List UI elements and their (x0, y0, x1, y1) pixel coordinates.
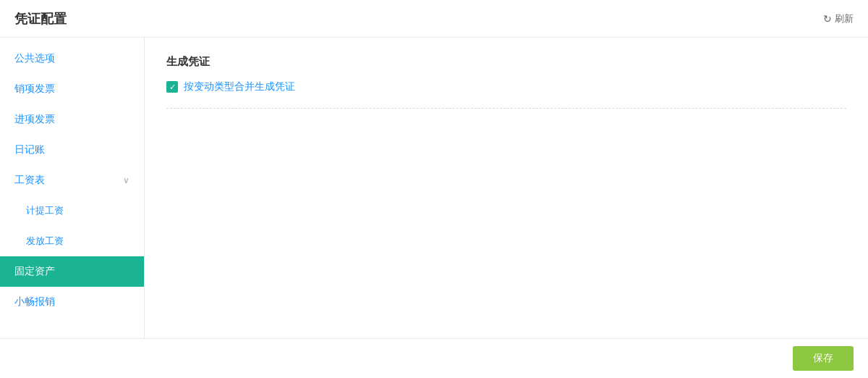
sidebar-item-purchase-invoice[interactable]: 进项发票 (0, 104, 144, 135)
refresh-button[interactable]: ↻ 刷新 (823, 12, 854, 25)
refresh-label: 刷新 (835, 12, 854, 25)
chevron-down-icon: ∨ (123, 175, 129, 185)
merge-voucher-checkbox[interactable]: ✓ (166, 81, 178, 93)
checkmark-icon: ✓ (169, 83, 176, 91)
sidebar-item-calc-salary[interactable]: 计提工资 (0, 196, 144, 226)
section-title: 生成凭证 (166, 55, 846, 69)
sidebar-item-public[interactable]: 公共选项 (0, 43, 144, 74)
section-divider (166, 108, 846, 109)
sidebar-item-label: 计提工资 (26, 204, 64, 217)
sidebar-item-sales-invoice[interactable]: 销项发票 (0, 74, 144, 104)
merge-voucher-label[interactable]: 按变动类型合并生成凭证 (184, 80, 295, 93)
save-button[interactable]: 保存 (793, 346, 854, 371)
header: 凭证配置 ↻ 刷新 (0, 0, 868, 38)
sidebar-item-payroll-table[interactable]: 工资表∨ (0, 165, 144, 196)
footer: 保存 (0, 338, 868, 378)
refresh-icon: ↻ (823, 13, 832, 25)
sidebar-item-label: 销项发票 (14, 83, 55, 96)
sidebar-item-expense-claim[interactable]: 小畅报销 (0, 287, 144, 317)
sidebar-item-label: 进项发票 (14, 113, 55, 126)
sidebar-item-label: 小畅报销 (14, 295, 55, 308)
sidebar-item-label: 发放工资 (26, 235, 64, 248)
sidebar-item-label: 固定资产 (14, 265, 55, 278)
sidebar-item-pay-salary[interactable]: 发放工资 (0, 226, 144, 256)
sidebar-item-journal[interactable]: 日记账 (0, 135, 144, 165)
content-area: 生成凭证 ✓ 按变动类型合并生成凭证 (145, 38, 868, 338)
page-title: 凭证配置 (14, 10, 67, 28)
sidebar-item-label: 日记账 (14, 143, 45, 156)
sidebar-item-label: 工资表 (14, 174, 45, 187)
main-layout: 公共选项销项发票进项发票日记账工资表∨计提工资发放工资固定资产小畅报销 生成凭证… (0, 38, 868, 338)
sidebar-item-fixed-assets[interactable]: 固定资产 (0, 256, 144, 287)
merge-voucher-row: ✓ 按变动类型合并生成凭证 (166, 80, 846, 93)
sidebar: 公共选项销项发票进项发票日记账工资表∨计提工资发放工资固定资产小畅报销 (0, 38, 145, 338)
sidebar-item-label: 公共选项 (14, 52, 55, 65)
